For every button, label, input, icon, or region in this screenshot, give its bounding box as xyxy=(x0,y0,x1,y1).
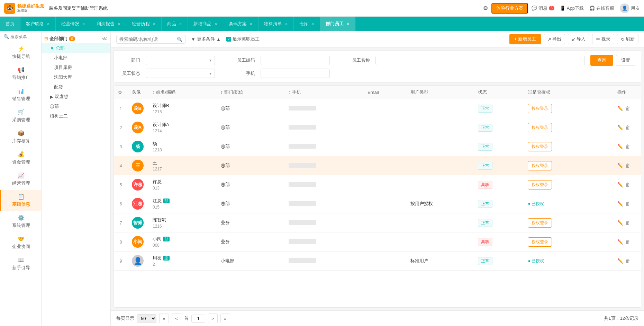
trial-btn[interactable]: 体验行业方案 xyxy=(491,3,528,14)
auth-btn[interactable]: 授权登录 xyxy=(528,161,552,170)
close-icon[interactable]: ✕ xyxy=(117,22,120,26)
sidebar-item-basic[interactable]: 📋 基础信息 xyxy=(0,190,41,211)
search-input[interactable] xyxy=(10,34,35,39)
message-btn[interactable]: 💬 消息 5 xyxy=(532,5,554,11)
auth-btn[interactable]: 授权登录 xyxy=(528,142,552,151)
delete-icon[interactable]: 🗑 xyxy=(625,144,630,149)
edit-icon[interactable]: ✏️ xyxy=(617,125,623,130)
delete-icon[interactable]: 🗑 xyxy=(625,220,630,226)
sidebar-search[interactable]: 🔍 xyxy=(0,31,41,42)
sidebar-item-system[interactable]: ⚙️ 系统管理 xyxy=(0,211,41,232)
sidebar-item-quicknav[interactable]: ⚡ 快捷导航 xyxy=(0,42,41,63)
col-name-code[interactable]: ↕ 姓名/编码 xyxy=(148,86,217,99)
edit-icon[interactable]: ✏️ xyxy=(617,258,623,264)
sidebar-item-marketing[interactable]: 📢 营销推广 xyxy=(0,63,41,84)
close-icon[interactable]: ✕ xyxy=(285,22,288,26)
dept-item-project-storage[interactable]: 项目库房 xyxy=(42,63,110,72)
tab-barcode[interactable]: 条码方案✕ xyxy=(223,17,258,31)
edit-icon[interactable]: ✏️ xyxy=(617,239,623,245)
dept-item-shuangxuxiang[interactable]: ▶ 双虚想 xyxy=(42,92,110,102)
export-btn[interactable]: ↗ 导出 xyxy=(544,34,565,44)
add-employee-btn[interactable]: + 新增员工 xyxy=(509,34,541,44)
tab-warehouse[interactable]: 仓库✕ xyxy=(294,17,320,31)
close-icon[interactable]: ✕ xyxy=(179,22,182,26)
close-icon[interactable]: ✕ xyxy=(153,22,156,26)
tab-goods[interactable]: 商品✕ xyxy=(162,17,188,31)
emp-code-input[interactable] xyxy=(261,56,330,65)
import-btn[interactable]: ↙ 导入 xyxy=(568,34,589,44)
auth-btn[interactable]: 授权登录 xyxy=(528,218,552,228)
edit-icon[interactable]: ✏️ xyxy=(617,182,623,187)
page-size-select[interactable]: 50 20 100 xyxy=(137,314,156,323)
search-icon[interactable]: 🔍 xyxy=(177,37,182,42)
close-icon[interactable]: ✕ xyxy=(346,22,350,26)
edit-icon[interactable]: ✏️ xyxy=(617,144,623,149)
dept-item-zongbu[interactable]: 总部 xyxy=(42,102,110,111)
tab-bom[interactable]: 物料清单✕ xyxy=(258,17,294,31)
online-service-btn[interactable]: 🎧 在线客服 xyxy=(589,5,614,11)
set-btn[interactable]: 设置 xyxy=(616,55,635,66)
refresh-btn[interactable]: ↻ 刷新 xyxy=(617,34,638,44)
auth-btn[interactable]: 授权登录 xyxy=(528,104,552,113)
emp-name-input[interactable] xyxy=(375,56,585,65)
auth-btn[interactable]: 授权登录 xyxy=(528,180,552,190)
close-icon[interactable]: ✕ xyxy=(311,22,314,26)
page-number-input[interactable] xyxy=(191,315,205,323)
tab-business[interactable]: 经营情况✕ xyxy=(56,17,91,31)
first-page-btn[interactable]: « xyxy=(159,314,169,323)
sidebar-item-collab[interactable]: 🤝 企业协同 xyxy=(0,232,41,253)
dept-item-shenyang[interactable]: 沈阳大库 xyxy=(42,72,110,82)
tab-employees[interactable]: 部门员工✕ xyxy=(320,17,355,31)
delete-icon[interactable]: 🗑 xyxy=(625,239,630,245)
sidebar-item-inventory[interactable]: 📦 库存核算 xyxy=(0,126,41,148)
dept-select[interactable] xyxy=(146,56,215,65)
dept-collapse-btn[interactable]: ≪ xyxy=(102,35,108,42)
phone-input[interactable] xyxy=(261,69,330,78)
sidebar-item-sales[interactable]: 📊 销售管理 xyxy=(0,84,41,105)
col-phone[interactable]: ↕ 手机 xyxy=(284,86,363,99)
user-area[interactable]: 👤 用友 xyxy=(620,3,640,13)
tab-home[interactable]: 首页 xyxy=(0,17,20,31)
more-filter-btn[interactable]: ▼ 更多条件 ▲ xyxy=(188,35,224,44)
delete-icon[interactable]: 🗑 xyxy=(625,125,630,130)
search-btn[interactable]: 查询 xyxy=(590,55,613,66)
prev-page-btn[interactable]: < xyxy=(172,314,181,323)
tab-history[interactable]: 经营历程✕ xyxy=(126,17,162,31)
sidebar-item-finance[interactable]: 💰 资金管理 xyxy=(0,148,41,169)
dept-item-zhishu[interactable]: 植树王二 xyxy=(42,111,110,121)
show-resigned-toggle[interactable]: ✓ 显示离职员工 xyxy=(226,36,260,42)
sidebar-item-operation[interactable]: 📈 经营管理 xyxy=(0,169,41,190)
app-download-btn[interactable]: 📱 App下载 xyxy=(560,5,584,11)
edit-icon[interactable]: ✏️ xyxy=(617,220,623,226)
dept-item-hq[interactable]: ▼ 总部 xyxy=(42,43,110,53)
close-icon[interactable]: ✕ xyxy=(214,22,217,26)
tab-customer[interactable]: 客户联络✕ xyxy=(20,17,56,31)
emp-status-select[interactable] xyxy=(146,69,215,78)
sidebar-item-guide[interactable]: 📖 新手引导 xyxy=(0,253,41,274)
next-page-btn[interactable]: > xyxy=(208,314,218,323)
auth-btn[interactable]: 授权登录 xyxy=(528,123,552,132)
tab-new-goods[interactable]: 新增商品✕ xyxy=(188,17,223,31)
dept-item-small-elec[interactable]: 小电部 xyxy=(42,53,110,63)
close-icon[interactable]: ✕ xyxy=(82,22,85,26)
edit-icon[interactable]: ✏️ xyxy=(617,106,623,111)
settings-icon[interactable]: ⚙ xyxy=(483,5,488,11)
view-btn[interactable]: 👁 视录 xyxy=(592,34,614,44)
search-input[interactable] xyxy=(119,37,175,42)
close-icon[interactable]: ✕ xyxy=(250,22,253,26)
col-dept-position[interactable]: ↕ 部门/职位 xyxy=(217,86,285,99)
edit-icon[interactable]: ✏️ xyxy=(617,201,623,206)
dept-item-delivery[interactable]: 配货 xyxy=(42,82,110,92)
sidebar-item-purchase[interactable]: 🛒 采购管理 xyxy=(0,105,41,126)
delete-icon[interactable]: 🗑 xyxy=(625,201,630,206)
last-page-btn[interactable]: » xyxy=(220,314,230,323)
delete-icon[interactable]: 🗑 xyxy=(625,182,630,187)
delete-icon[interactable]: 🗑 xyxy=(625,163,630,168)
tab-profit[interactable]: 利润报告✕ xyxy=(91,17,126,31)
close-icon[interactable]: ✕ xyxy=(47,22,50,26)
col-settings[interactable]: ⚙ xyxy=(114,86,128,99)
edit-icon[interactable]: ✏️ xyxy=(617,163,623,168)
delete-icon[interactable]: 🗑 xyxy=(625,258,630,264)
auth-btn[interactable]: 授权登录 xyxy=(528,237,552,247)
delete-icon[interactable]: 🗑 xyxy=(625,106,630,111)
